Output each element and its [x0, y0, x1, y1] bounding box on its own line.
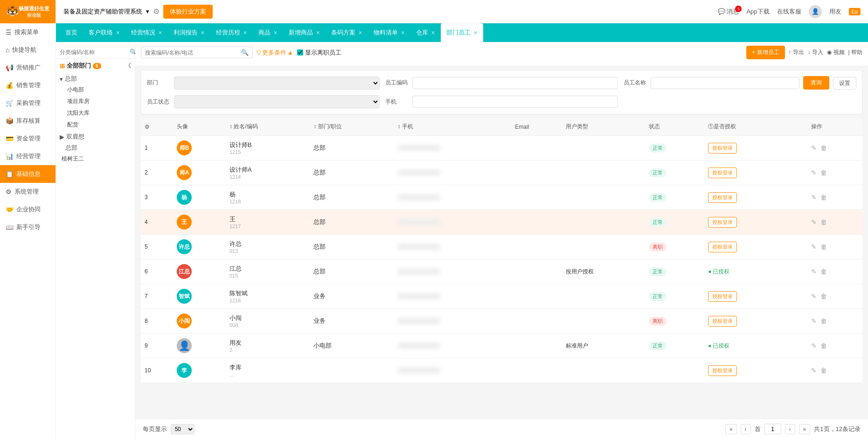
edit-icon[interactable]: ✎: [811, 367, 817, 374]
edit-icon[interactable]: ✎: [811, 218, 817, 226]
dept-all-item[interactable]: ⊞ 全部部门 6 《: [56, 59, 135, 73]
topbar-gear-icon[interactable]: ⚙: [153, 7, 160, 16]
filter-search-input[interactable]: [145, 49, 241, 56]
query-btn[interactable]: 查询: [803, 76, 829, 90]
dept-section-zongbu2[interactable]: 总部: [56, 142, 135, 153]
dept-child-peihuo[interactable]: 配货: [56, 119, 135, 131]
tab-close-customer[interactable]: ✕: [116, 30, 120, 36]
authorize-btn[interactable]: 授权登录: [708, 242, 737, 252]
export-btn[interactable]: ↑ 导出: [789, 46, 804, 59]
edit-icon[interactable]: ✎: [811, 144, 817, 152]
sidebar-item-quicknav[interactable]: ⌂ 快捷导航: [0, 41, 56, 59]
dept-child-xiaodian[interactable]: 小电部: [56, 84, 135, 96]
authorize-btn[interactable]: 授权登录: [708, 316, 737, 327]
sidebar-item-sales[interactable]: 💰 销售管理: [0, 77, 56, 94]
authorize-btn[interactable]: 授权登录: [708, 143, 737, 153]
import-btn[interactable]: ↓ 导入: [808, 46, 823, 59]
topbar-dropdown-btn[interactable]: ▾: [146, 8, 149, 15]
sidebar-item-guide[interactable]: 📖 新手引导: [0, 218, 56, 236]
sidebar-item-finance[interactable]: 💳 资金管理: [0, 130, 56, 147]
user-avatar[interactable]: 👤: [809, 5, 822, 18]
tab-close-profit[interactable]: ✕: [201, 30, 205, 36]
dept-child-zhishu[interactable]: 植树王二: [56, 153, 135, 165]
tab-close-operation[interactable]: ✕: [158, 30, 162, 36]
tab-profit[interactable]: 利润报告✕: [168, 23, 210, 42]
empname-filter-input[interactable]: [651, 77, 799, 89]
edit-icon[interactable]: ✎: [811, 268, 817, 275]
edit-icon[interactable]: ✎: [811, 293, 817, 300]
delete-icon[interactable]: 🗑: [820, 218, 827, 226]
tab-goods[interactable]: 商品✕: [253, 23, 283, 42]
tab-bom[interactable]: 物料清单✕: [368, 23, 410, 42]
authorize-btn[interactable]: 授权登录: [708, 217, 737, 228]
first-page-btn[interactable]: «: [725, 424, 737, 434]
phone-filter-input[interactable]: [412, 96, 618, 108]
edit-icon[interactable]: ✎: [811, 194, 817, 201]
delete-icon[interactable]: 🗑: [820, 169, 827, 176]
authorize-btn[interactable]: 授权登录: [708, 167, 737, 178]
dept-child-project[interactable]: 项目库房: [56, 96, 135, 107]
tab-close-employee[interactable]: ✕: [473, 30, 478, 36]
empcode-filter-input[interactable]: [412, 77, 618, 89]
edit-icon[interactable]: ✎: [811, 169, 817, 176]
tab-home[interactable]: 首页: [60, 23, 83, 42]
tab-operation[interactable]: 经营情况✕: [125, 23, 168, 42]
delete-icon[interactable]: 🗑: [820, 144, 827, 152]
dept-search-input[interactable]: [60, 49, 130, 56]
tab-warehouse[interactable]: 仓库✕: [410, 23, 441, 42]
trial-btn[interactable]: 体验行业方案: [163, 5, 213, 19]
help-btn[interactable]: | 帮助: [848, 46, 862, 59]
sidebar-item-search[interactable]: ☰ 搜索菜单: [0, 23, 56, 41]
sidebar-item-purchase[interactable]: 🛒 采购管理: [0, 94, 56, 112]
sidebar-item-marketing[interactable]: 📢 营销推广: [0, 59, 56, 77]
sidebar-item-basic[interactable]: 📋 基础信息: [0, 165, 56, 183]
next-page-btn[interactable]: ›: [785, 424, 795, 434]
dept-child-shenyang[interactable]: 沈阳大库: [56, 107, 135, 119]
dept-section-zongbu[interactable]: ▾ 总部: [56, 73, 135, 84]
tab-close-warehouse[interactable]: ✕: [431, 30, 435, 36]
app-download-link[interactable]: App下载: [746, 7, 769, 16]
authorize-btn[interactable]: 授权登录: [708, 291, 737, 302]
status-filter-select[interactable]: [174, 95, 380, 108]
set-btn[interactable]: 设置: [833, 77, 856, 90]
delete-icon[interactable]: 🗑: [820, 243, 827, 251]
authorize-btn[interactable]: 授权登录: [708, 192, 737, 203]
delete-icon[interactable]: 🗑: [820, 293, 827, 300]
delete-icon[interactable]: 🗑: [820, 194, 827, 201]
th-dept[interactable]: ↕ 部门/职位: [310, 118, 394, 136]
th-settings[interactable]: ⚙: [141, 118, 173, 136]
last-page-btn[interactable]: »: [799, 424, 811, 434]
sidebar-item-system[interactable]: ⚙ 系统管理: [0, 183, 56, 201]
th-phone[interactable]: ↕ 手机: [394, 118, 512, 136]
edit-icon[interactable]: ✎: [811, 243, 817, 251]
tab-history[interactable]: 经营历程✕: [210, 23, 253, 42]
page-number-input[interactable]: [764, 424, 781, 434]
per-page-select[interactable]: 50 20 100: [171, 424, 194, 434]
online-service-link[interactable]: 在线客服: [777, 7, 801, 16]
prev-page-btn[interactable]: ‹: [741, 424, 751, 434]
edit-icon[interactable]: ✎: [811, 342, 817, 349]
sidebar-item-operation[interactable]: 📊 经营管理: [0, 147, 56, 165]
delete-icon[interactable]: 🗑: [820, 367, 827, 374]
tab-customer[interactable]: 客户联络✕: [83, 23, 125, 42]
message-badge[interactable]: 💬 消息 5: [718, 7, 739, 16]
show-resigned-checkbox[interactable]: [297, 49, 303, 56]
tab-close-goods[interactable]: ✕: [273, 30, 278, 36]
dept-section-shuangluxiang[interactable]: ▶ 双鹿想: [56, 131, 135, 142]
delete-icon[interactable]: 🗑: [820, 342, 827, 349]
edit-icon[interactable]: ✎: [811, 317, 817, 325]
sidebar-item-inventory[interactable]: 📦 库存核算: [0, 112, 56, 130]
delete-icon[interactable]: 🗑: [820, 317, 827, 325]
filter-more-btn[interactable]: ▽ 更多条件 ▲: [257, 49, 293, 57]
sidebar-item-enterprise[interactable]: 🤝 企业协同: [0, 201, 56, 218]
tab-new-goods[interactable]: 新增商品✕: [283, 23, 326, 42]
tab-close-barcode[interactable]: ✕: [358, 30, 362, 36]
tab-close-bom[interactable]: ✕: [401, 30, 405, 36]
delete-icon[interactable]: 🗑: [820, 268, 827, 275]
tab-barcode[interactable]: 条码方案✕: [326, 23, 368, 42]
th-name[interactable]: ↕ 姓名/编码: [226, 118, 310, 136]
tab-close-new-goods[interactable]: ✕: [316, 30, 320, 36]
dept-filter-select[interactable]: [174, 77, 380, 90]
tab-employee[interactable]: 部门员工✕: [441, 23, 483, 42]
tab-close-history[interactable]: ✕: [243, 30, 247, 36]
